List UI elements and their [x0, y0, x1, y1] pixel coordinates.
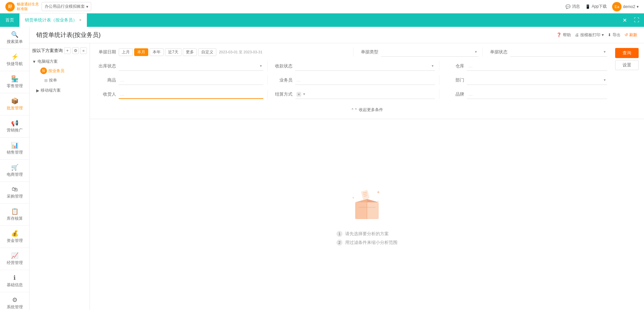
panel-collapse-button[interactable]: « [80, 47, 87, 54]
right-action-buttons: 查询 设置 [611, 47, 639, 70]
out-status-arrow-icon: ▾ [260, 64, 262, 68]
doc-status-group: 单据状态 ▾ [482, 47, 611, 57]
date-btn-more[interactable]: 更多 [183, 48, 197, 56]
sidebar-item-quick-nav[interactable]: ⚡ 快捷导航 [0, 49, 29, 71]
refresh-button[interactable]: ↺ 刷新 [625, 32, 637, 38]
salesman-placeholder: … [297, 78, 434, 83]
panel-settings-button[interactable]: ⚙ [72, 47, 79, 54]
receipt-status-group: 收款状态 ▾ [267, 61, 439, 71]
date-btn-this-year[interactable]: 本年 [150, 48, 164, 56]
warehouse-select[interactable]: … [467, 61, 607, 71]
date-label: 单据日期 [95, 49, 119, 55]
tree-mobile-root[interactable]: ▶ 移动端方案 [32, 86, 87, 95]
svg-text:✦: ✦ [352, 196, 355, 200]
tip-number-1: 1 [336, 231, 342, 237]
main-panel: 单据日期 上月 本月 本年 近7天 更多 自定义 2023-03-01 至 20… [90, 43, 644, 310]
doc-type-arrow-icon: ▾ [475, 50, 477, 54]
doc-type-select[interactable]: ▾ [381, 47, 478, 57]
tab-home[interactable]: 首页 [0, 13, 19, 27]
tree-sub-item-order[interactable]: ⊞ 按单 [32, 76, 87, 85]
receipt-status-select[interactable]: ▾ [295, 61, 435, 71]
sidebar-item-system[interactable]: ⚙ 系统管理 [0, 292, 29, 310]
tab-home-label: 首页 [5, 17, 14, 23]
topbar-right: 💬 消息 📱 App下载 Ea demo2 ▾ [566, 2, 639, 11]
settle-clear-badge[interactable]: × [297, 92, 301, 97]
sidebar-item-purchase[interactable]: 🛍 采购管理 [0, 182, 29, 204]
sidebar-item-marketing[interactable]: 📢 营销推广 [0, 115, 29, 138]
product-select[interactable]: … [119, 75, 263, 85]
warehouse-label: 仓库 [443, 63, 467, 69]
panel-add-button[interactable]: + [64, 47, 71, 54]
tab-close-button[interactable]: × [79, 18, 82, 22]
sidebar-item-ecommerce[interactable]: 🛒 电商管理 [0, 160, 29, 182]
refresh-label: 刷新 [629, 32, 637, 38]
settle-select[interactable]: × ▾ [295, 90, 435, 99]
doc-status-select[interactable]: ▾ [510, 47, 607, 57]
sidebar-item-sales[interactable]: 📊 销售管理 [0, 138, 29, 160]
salesman-select[interactable]: … [295, 75, 435, 85]
purchase-icon: 🛍 [3, 186, 26, 193]
page-title: 销货单统计表(按业务员) [36, 31, 101, 39]
tip-text-2: 用过滤条件来缩小分析范围 [345, 240, 397, 246]
filter-row-4: 收货人 … 结算方式 × ▾ [95, 90, 611, 99]
tab-maximize-button[interactable]: ⛶ [632, 15, 641, 25]
filter-main: 单据日期 上月 本月 本年 近7天 更多 自定义 2023-03-01 至 20… [95, 47, 639, 104]
out-status-label: 出库状态 [95, 63, 119, 69]
svg-rect-6 [361, 190, 370, 200]
account-dropdown[interactable]: 办公用品行业模拟账套 ▾ [42, 2, 91, 11]
sidebar-item-finance[interactable]: 💰 资金管理 [0, 226, 29, 248]
brand-select[interactable]: … [467, 90, 607, 99]
dept-select[interactable]: ▾ [467, 75, 607, 85]
tree-item-salesman[interactable]: 按 按业务员 [32, 66, 87, 76]
date-filter-group: 单据日期 上月 本月 本年 近7天 更多 自定义 2023-03-01 至 20… [95, 48, 353, 56]
sidebar-item-search[interactable]: 🔍 搜索菜单 [0, 27, 29, 49]
date-btn-custom[interactable]: 自定义 [198, 48, 216, 56]
tabbar: 首页 销货单统计表（按业务员） × ✕ ⛶ [0, 13, 644, 27]
print-button[interactable]: 🖨 按模板打印 ▾ [575, 32, 604, 38]
tab-active[interactable]: 销货单统计表（按业务员） × [19, 13, 87, 27]
app-download-button[interactable]: 📱 App下载 [585, 4, 607, 9]
product-group: 商品 … [95, 75, 267, 85]
logo-icon: 好 [5, 2, 15, 11]
sidebar-wholesale-label: 批发管理 [3, 105, 26, 111]
sidebar-item-basic-info[interactable]: ℹ 基础信息 [0, 270, 29, 292]
query-button[interactable]: 查询 [615, 48, 639, 58]
filter-row-1: 单据日期 上月 本月 本年 近7天 更多 自定义 2023-03-01 至 20… [95, 47, 611, 57]
sidebar-item-management[interactable]: 📈 经营管理 [0, 248, 29, 270]
out-status-select[interactable]: ▾ [119, 61, 263, 71]
wholesale-icon: 📦 [3, 97, 26, 105]
export-icon: ⬇ [608, 33, 611, 37]
tree-mobile-arrow-icon: ▶ [36, 88, 39, 93]
product-label: 商品 [95, 77, 119, 83]
salesman-group: 业务员 … [267, 75, 439, 85]
doc-status-label: 单据状态 [487, 49, 510, 55]
help-button[interactable]: ❓ 帮助 [556, 32, 571, 38]
salesman-item-icon: 按 [40, 67, 47, 74]
management-icon: 📈 [3, 252, 26, 259]
date-options: 上月 本月 本年 近7天 更多 自定义 2023-03-01 至 2023-03… [119, 48, 349, 56]
message-button[interactable]: 💬 消息 [566, 4, 580, 9]
main-layout: 🔍 搜索菜单 ⚡ 快捷导航 🏪 零售管理 📦 批发管理 📢 营销推广 📊 销售管… [0, 27, 644, 310]
dept-group: 部门 ▾ [439, 75, 611, 85]
user-menu[interactable]: Ea demo2 ▾ [612, 2, 639, 11]
receiver-select[interactable]: … [119, 90, 263, 99]
sidebar-item-inventory[interactable]: 📋 库存核算 [0, 204, 29, 226]
date-btn-last-month[interactable]: 上月 [119, 48, 133, 56]
settings-button[interactable]: 设置 [615, 60, 639, 70]
dept-arrow-icon: ▾ [604, 78, 606, 82]
message-label: 消息 [572, 4, 580, 9]
export-label: 导出 [612, 32, 621, 38]
date-btn-this-month[interactable]: 本月 [134, 48, 148, 56]
tab-close-window-button[interactable]: ✕ [620, 15, 629, 25]
tree-desktop-root[interactable]: ▼ 电脑端方案 [32, 57, 87, 66]
sidebar-item-retail[interactable]: 🏪 零售管理 [0, 71, 29, 93]
date-btn-7days[interactable]: 近7天 [165, 48, 181, 56]
search-icon: 🔍 [3, 31, 26, 38]
sidebar-item-wholesale[interactable]: 📦 批发管理 [0, 93, 29, 115]
finance-icon: 💰 [3, 230, 26, 237]
collapse-button[interactable]: ⌃⌃ 收起更多条件 [349, 105, 385, 115]
tree-salesman-label: 按业务员 [48, 68, 64, 74]
export-button[interactable]: ⬇ 导出 [608, 32, 621, 38]
tab-active-label: 销货单统计表（按业务员） [25, 17, 77, 23]
receipt-status-label: 收款状态 [272, 63, 295, 69]
